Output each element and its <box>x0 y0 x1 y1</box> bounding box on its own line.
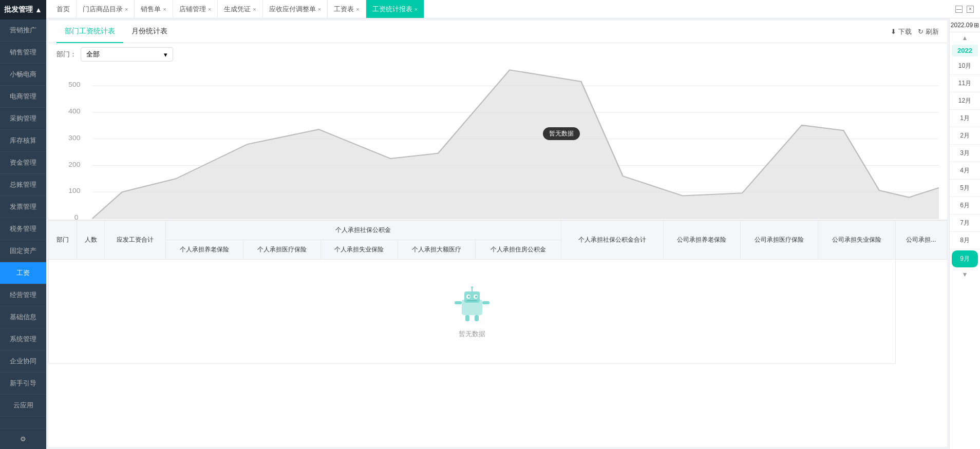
download-label: 下载 <box>898 27 912 36</box>
month-item-3月[interactable]: 3月 <box>950 145 980 162</box>
tab-close-icon[interactable]: × <box>253 6 256 12</box>
tab-label: 门店商品目录 <box>83 5 123 14</box>
dept-select-value: 全部 <box>86 50 100 59</box>
sidebar-item-云应用[interactable]: 云应用 <box>0 395 46 417</box>
sidebar-item-小畅电商[interactable]: 小畅电商 <box>0 64 46 86</box>
sidebar-item-经营管理[interactable]: 经营管理 <box>0 284 46 306</box>
svg-text:200: 200 <box>68 161 80 168</box>
year-label-text: 2022.09 <box>951 22 973 29</box>
tab-门店商品目录[interactable]: 门店商品目录× <box>77 0 135 18</box>
download-btn[interactable]: ⬇ 下载 <box>891 27 912 36</box>
sidebar-item-工资[interactable]: 工资 <box>0 262 46 284</box>
main-area: 首页门店商品目录×销售单×店铺管理×生成凭证×应收应付调整单×工资表×工资统计报… <box>46 0 980 449</box>
sidebar-title: 批发管理 <box>4 5 33 14</box>
month-item-12月[interactable]: 12月 <box>950 92 980 110</box>
sidebar-item-税务管理[interactable]: 税务管理 <box>0 218 46 240</box>
svg-point-17 <box>475 296 477 298</box>
filter-bar: 部门： 全部 ▾ <box>48 43 947 66</box>
panel-down-arrow[interactable]: ▼ <box>950 269 980 280</box>
line-chart: 0 100 200 300 400 500 <box>56 66 939 220</box>
tab-close-icon[interactable]: × <box>414 6 418 12</box>
month-item-8月[interactable]: 8月 <box>950 232 980 249</box>
tab-close-icon[interactable]: × <box>125 6 128 12</box>
dept-select[interactable]: 全部 ▾ <box>81 47 173 62</box>
settings-icon: ⚙ <box>20 435 26 443</box>
sidebar-item-发票管理[interactable]: 发票管理 <box>0 196 46 218</box>
month-item-9月[interactable]: 9月 <box>952 250 978 268</box>
tab-close-icon[interactable]: × <box>318 6 321 12</box>
svg-rect-21 <box>465 315 469 321</box>
month-item-1月[interactable]: 1月 <box>950 110 980 127</box>
tab-close-icon[interactable]: × <box>356 6 359 12</box>
sub-tab-月份统计表[interactable]: 月份统计表 <box>123 21 176 43</box>
sidebar-item-电商管理[interactable]: 电商管理 <box>0 86 46 108</box>
year-highlight[interactable]: 2022 <box>952 45 978 56</box>
th-company-medical: 公司承担医疗保险 <box>741 221 818 260</box>
tab-销售单[interactable]: 销售单× <box>135 0 173 18</box>
tab-close-icon[interactable]: × <box>163 6 166 12</box>
tab-店铺管理[interactable]: 店铺管理× <box>173 0 218 18</box>
th-personal-housing: 个人承担住房公积金 <box>476 240 561 260</box>
svg-rect-22 <box>475 315 479 321</box>
sidebar-item-采购管理[interactable]: 采购管理 <box>0 108 46 130</box>
sidebar-item-总账管理[interactable]: 总账管理 <box>0 174 46 196</box>
table-wrapper: 部门 人数 应发工资合计 个人承担社保公积金 个人承担社保公积金合计 公司承担养… <box>48 220 947 447</box>
tab-label: 首页 <box>56 5 70 14</box>
month-item-2月[interactable]: 2月 <box>950 127 980 145</box>
tab-close-icon[interactable]: × <box>208 6 211 12</box>
sub-tab-actions: ⬇ 下载 ↻ 刷新 <box>891 27 939 36</box>
tab-首页[interactable]: 首页 <box>50 0 77 18</box>
tabs-container: 首页门店商品目录×销售单×店铺管理×生成凭证×应收应付调整单×工资表×工资统计报… <box>50 0 955 18</box>
sidebar-item-基础信息[interactable]: 基础信息 <box>0 306 46 328</box>
page-content: 部门工资统计表月份统计表 ⬇ 下载 ↻ 刷新 部门： 全部 ▾ <box>48 21 947 447</box>
window-minimize[interactable]: — <box>955 6 963 13</box>
month-item-6月[interactable]: 6月 <box>950 197 980 214</box>
sidebar-header[interactable]: 批发管理 ▲ <box>0 0 46 19</box>
tab-工资表[interactable]: 工资表× <box>328 0 366 18</box>
th-personal-medical: 个人承担医疗保险 <box>243 240 321 260</box>
sub-tab-部门工资统计表[interactable]: 部门工资统计表 <box>56 21 123 43</box>
th-dept: 部门 <box>49 221 77 260</box>
tab-工资统计报表[interactable]: 工资统计报表× <box>366 0 424 18</box>
th-personal-old: 个人承担养老保险 <box>166 240 243 260</box>
tab-label: 应收应付调整单 <box>269 5 316 14</box>
sidebar-settings[interactable]: ⚙ <box>0 428 46 449</box>
sub-tabs-container: 部门工资统计表月份统计表 <box>56 21 176 43</box>
month-item-11月[interactable]: 11月 <box>950 75 980 92</box>
svg-rect-20 <box>482 301 489 304</box>
tab-label: 工资统计报表 <box>372 5 412 14</box>
svg-text:500: 500 <box>68 81 80 88</box>
refresh-btn[interactable]: ↻ 刷新 <box>918 27 939 36</box>
window-close[interactable]: × <box>967 6 974 13</box>
content-area: 部门工资统计表月份统计表 ⬇ 下载 ↻ 刷新 部门： 全部 ▾ <box>46 18 980 449</box>
sidebar-item-营销推广[interactable]: 营销推广 <box>0 19 46 42</box>
sidebar-item-库存核算[interactable]: 库存核算 <box>0 130 46 152</box>
month-item-10月[interactable]: 10月 <box>950 57 980 75</box>
tab-生成凭证[interactable]: 生成凭证× <box>218 0 262 18</box>
svg-text:400: 400 <box>68 108 80 115</box>
panel-up-arrow[interactable]: ▲ <box>950 32 980 44</box>
th-personal-major: 个人承担大额医疗 <box>398 240 476 260</box>
tab-应收应付调整单[interactable]: 应收应付调整单× <box>263 0 328 18</box>
sidebar-items: 营销推广销售管理小畅电商电商管理采购管理库存核算资金管理总账管理发票管理税务管理… <box>0 19 46 417</box>
empty-robot-icon <box>451 284 493 325</box>
sidebar-item-系统管理[interactable]: 系统管理 <box>0 328 46 350</box>
th-company-more: 公司承担... <box>895 221 947 260</box>
sidebar-item-销售管理[interactable]: 销售管理 <box>0 42 46 64</box>
year-label[interactable]: 2022.09 ⊞ <box>950 18 980 32</box>
sidebar-item-固定资产[interactable]: 固定资产 <box>0 240 46 262</box>
th-company-unemployment: 公司承担失业保险 <box>818 221 896 260</box>
sidebar: 批发管理 ▲ 营销推广销售管理小畅电商电商管理采购管理库存核算资金管理总账管理发… <box>0 0 46 449</box>
tab-label: 生成凭证 <box>224 5 251 14</box>
stats-table: 部门 人数 应发工资合计 个人承担社保公积金 个人承担社保公积金合计 公司承担养… <box>48 220 947 364</box>
sidebar-item-新手引导[interactable]: 新手引导 <box>0 373 46 395</box>
month-item-5月[interactable]: 5月 <box>950 180 980 197</box>
month-item-4月[interactable]: 4月 <box>950 162 980 180</box>
refresh-icon: ↻ <box>918 28 924 35</box>
sidebar-item-企业协同[interactable]: 企业协同 <box>0 350 46 373</box>
sidebar-item-资金管理[interactable]: 资金管理 <box>0 152 46 174</box>
tab-label: 销售单 <box>141 5 161 14</box>
empty-state: 暂无数据 <box>53 264 891 359</box>
month-item-7月[interactable]: 7月 <box>950 214 980 232</box>
th-count: 人数 <box>77 221 105 260</box>
